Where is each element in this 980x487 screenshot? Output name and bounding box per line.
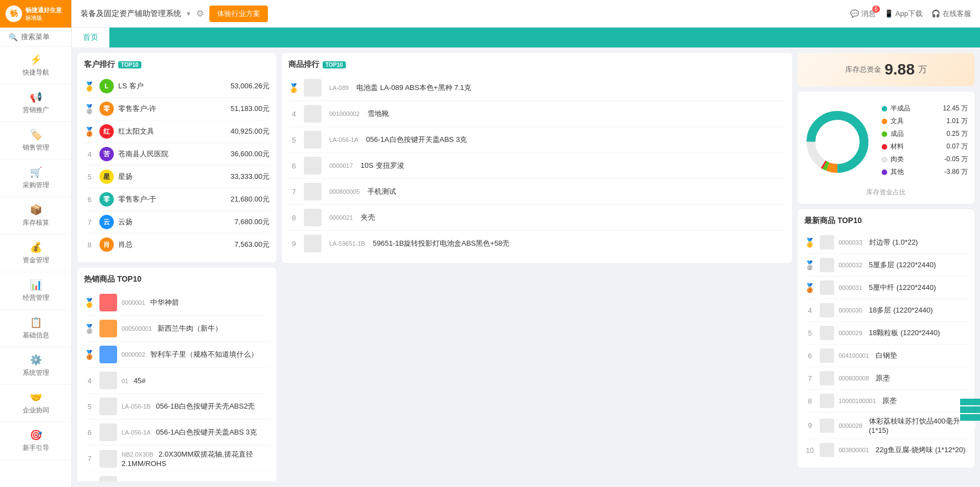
hot-products-title: 热销商品 TOP10 (84, 274, 270, 284)
online-service-item[interactable]: 🎧 在线客服 (931, 9, 971, 19)
customer-avatar: 红 (99, 124, 114, 139)
product-thumbnail (99, 346, 117, 363)
legend-item: 材料 0.07 万 (882, 142, 968, 151)
sidebar-item-marketing[interactable]: 📢 营销推广 (0, 84, 71, 122)
customer-name: 零售客户-于 (118, 194, 226, 204)
sidebar-item-finance[interactable]: 💰 资金管理 (0, 235, 71, 272)
product-thumbnail (304, 209, 322, 226)
search-menu[interactable]: 🔍 搜索菜单 (0, 28, 71, 47)
quicknav-icon: ⚡ (30, 54, 42, 66)
legend-dot (882, 106, 887, 112)
float-btn-service[interactable]: 客服热线 (960, 399, 980, 405)
app-download-item[interactable]: 📱 App下载 (884, 9, 923, 19)
header-right: 💬 消息 6 📱 App下载 🎧 在线客服 (850, 9, 971, 19)
legend-item: 半成品 12.45 万 (882, 104, 968, 113)
product-thumbnail (304, 183, 322, 200)
new-product-item: 🥉 0000031 5厘中纤 (1220*2440) (804, 277, 968, 299)
customer-value: 51,183.00元 (230, 104, 270, 114)
mobile-icon: 📱 (884, 9, 893, 18)
np-thumbnail (820, 443, 834, 457)
new-product-item: 4 0000030 18多层 (1220*2440) (804, 299, 968, 322)
np-thumbnail (820, 394, 834, 408)
message-badge-item[interactable]: 💬 消息 6 (850, 9, 876, 19)
legend-dot (882, 119, 887, 124)
medal-silver-icon: 🥈 (84, 324, 95, 334)
product-top-badge: TOP10 (323, 61, 346, 68)
medal-bronze-icon: 🥉 (804, 283, 815, 293)
operations-icon: 📊 (30, 279, 42, 291)
hot-product-item: 6 LA-056-1A 056-1A白色按键开关盖ABS 3克 (84, 420, 270, 446)
product-info: 0000011 12070519-xs (122, 481, 270, 482)
product-info: 0000002 智利车子里（规格不知道填什么） (122, 350, 270, 359)
hot-product-item: 5 LA-056-1B 056-1B白色按键开关壳ABS2壳 (84, 394, 270, 420)
sidebar-item-basic-info[interactable]: 📋 基础信息 (0, 310, 71, 347)
sidebar-item-system[interactable]: ⚙️ 系统管理 (0, 347, 71, 385)
product-ranking-card: 商品排行 TOP10 🥇 LA-089 电池盖 LA-089 ABS本色+黑种 … (282, 53, 792, 263)
right-panel: 库存总资金 9.88 万 (798, 53, 974, 481)
legend-dot (882, 144, 887, 150)
customer-value: 36,600.00元 (230, 149, 270, 159)
customer-name: 肖总 (118, 240, 230, 250)
dropdown-icon[interactable]: ▾ (187, 9, 191, 18)
legend-dot (882, 170, 887, 175)
sidebar-item-collab[interactable]: 🤝 企业协同 (0, 385, 71, 422)
sidebar-item-purchase[interactable]: 🛒 采购管理 (0, 160, 71, 197)
sidebar: 畅 畅捷通好生意 标准版 🔍 搜索菜单 ⚡ 快捷导航 📢 营销推广 🏷️ 销售管… (0, 0, 72, 487)
new-product-item: 10 003800001 22g鱼豆腐-烧烤味 (1*12*20) (804, 439, 968, 461)
product-rank-item: 5 LA-056-1A 056-1A白色按键开关盖ABS 3克 (288, 127, 786, 153)
product-thumbnail (99, 398, 117, 415)
sidebar-item-quicknav[interactable]: ⚡ 快捷导航 (0, 47, 71, 84)
medal-silver-icon: 🥈 (84, 104, 95, 114)
float-buttons: 客服热线 服务社区 直播 (960, 399, 980, 421)
product-info: 0000001 中华神箭 (122, 298, 270, 308)
hot-product-item: 🥇 0000001 中华神箭 (84, 290, 270, 316)
customer-rank-item: 🥉 红 红太阳文具 40,925.00元 (84, 120, 270, 143)
top-tabs: 首页 (72, 28, 980, 47)
inventory-chart-card: 半成品 12.45 万 文具 1.01 万 成品 0.25 万 (798, 92, 974, 204)
trial-button[interactable]: 体验行业方案 (209, 6, 268, 22)
settings-icon[interactable]: ⚙ (196, 8, 204, 19)
customer-ranking-card: 客户排行 TOP10 🥇 L LS 客户 53,006.26元 🥈 零 零售客户… (77, 53, 276, 262)
sidebar-item-inventory[interactable]: 📦 库存核算 (0, 197, 71, 235)
customer-name: 零售客户-许 (118, 104, 226, 114)
app-name: 畅捷通好生意 标准版 (25, 6, 62, 21)
sidebar-item-sales[interactable]: 🏷️ 销售管理 (0, 122, 71, 160)
legend-item: 肉类 -0.05 万 (882, 155, 968, 164)
customer-value: 53,006.26元 (230, 81, 270, 91)
donut-container: 半成品 12.45 万 文具 1.01 万 成品 0.25 万 (804, 98, 968, 186)
customer-rank-item: 8 肖 肖总 7,563.00元 (84, 234, 270, 256)
sidebar-item-operations[interactable]: 📊 经营管理 (0, 272, 71, 310)
inventory-unit: 万 (918, 64, 927, 76)
customer-rank-item: 🥈 零 零售客户-许 51,183.00元 (84, 98, 270, 120)
customer-avatar: 星 (99, 170, 114, 184)
product-thumbnail (99, 320, 117, 337)
float-btn-community[interactable]: 服务社区 (960, 406, 980, 413)
np-thumbnail (820, 326, 834, 340)
product-thumbnail (304, 235, 322, 252)
customer-avatar: 苦 (99, 147, 114, 161)
product-info: LA-056-1A 056-1A白色按键开关盖ABS 3克 (122, 427, 270, 437)
donut-chart-svg (804, 109, 871, 175)
legend-dot (882, 157, 887, 162)
sidebar-item-guide[interactable]: 🎯 新手引导 (0, 422, 71, 460)
medal-gold-icon: 🥇 (288, 83, 299, 93)
sales-icon: 🏷️ (30, 129, 42, 141)
np-thumbnail (820, 348, 834, 363)
customer-name: 红太阳文具 (118, 126, 226, 136)
app-logo: 畅 畅捷通好生意 标准版 (0, 0, 71, 28)
top-badge: TOP10 (118, 61, 141, 68)
inventory-card: 库存总资金 9.88 万 (798, 53, 974, 86)
product-thumbnail (304, 157, 322, 174)
medal-gold-icon: 🥇 (84, 81, 95, 92)
customer-avatar: 肖 (99, 237, 114, 252)
left-panel: 客户排行 TOP10 🥇 L LS 客户 53,006.26元 🥈 零 零售客户… (77, 53, 276, 481)
hot-product-item: 7 NB2.0X30B 2.0X30MM双搓花轴,搓花直径2.1MM/ROHS (84, 446, 270, 472)
header: 装备及固定资产辅助管理系统 ▾ ⚙ 体验行业方案 💬 消息 6 📱 App下载 … (72, 0, 980, 28)
inventory-value: 9.88 (884, 61, 915, 78)
tab-home[interactable]: 首页 (72, 28, 109, 47)
customer-ranking-title: 客户排行 TOP10 (84, 60, 270, 70)
medal-gold-icon: 🥇 (804, 237, 815, 248)
float-btn-live[interactable]: 直播 (960, 414, 980, 421)
customer-avatar: 云 (99, 215, 114, 229)
inventory-label: 库存总资金 (845, 65, 881, 75)
